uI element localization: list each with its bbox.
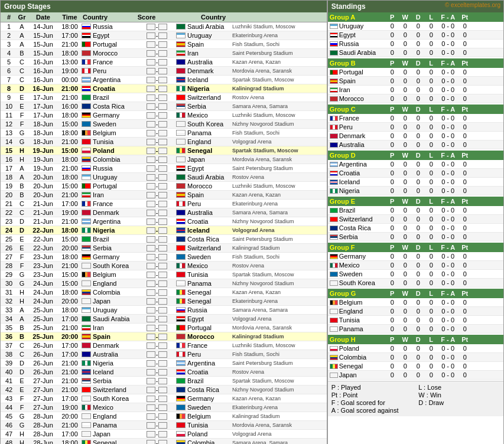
match-country2: Costa Rica: [176, 386, 232, 393]
standing-row: Switzerland 0 0 0 0 0 - 0 0: [328, 215, 503, 224]
match-row: 16 H 19-Jun 18:00 Colombia - Japan Mordo…: [1, 155, 327, 164]
group-name: Group C: [330, 106, 386, 113]
stat-pt: 0: [459, 123, 472, 130]
match-group: D: [15, 85, 28, 92]
group-name: Group E: [330, 198, 386, 205]
standing-row: Panama 0 0 0 0 0 - 0 0: [328, 325, 503, 334]
match-row: 6 C 16-Jun 19:00 Peru - Denmark Mordovia…: [1, 67, 327, 76]
gh-l: L: [425, 290, 438, 297]
match-score: -: [138, 120, 176, 128]
stat-d: 0: [412, 169, 425, 177]
stat-d: 0: [412, 233, 425, 240]
stat-pt: 0: [459, 169, 472, 177]
match-row: 14 G 18-Jun 21:00 Tunisia - England Volg…: [1, 138, 327, 146]
stat-fa: 0 - 0: [438, 299, 459, 306]
group-header: Group A P W D L F - A Pt: [328, 12, 503, 22]
match-group: C: [15, 351, 28, 358]
stat-p: 0: [386, 299, 399, 306]
stat-fa: 0 - 0: [438, 216, 459, 223]
legend-item: P : Played: [331, 384, 413, 391]
team-name: Denmark: [339, 132, 366, 139]
match-date: 25-Jun: [28, 315, 58, 322]
match-venue: Volgograd Arena: [232, 431, 325, 437]
stat-l: 0: [425, 68, 438, 76]
stat-p: 0: [386, 31, 399, 38]
match-group: B: [15, 50, 28, 57]
match-num: 9: [2, 94, 15, 101]
match-date: 25-Jun: [28, 333, 58, 340]
standings-group: Group H P W D L F - A Pt Poland 0 0 0 0 …: [328, 335, 503, 380]
match-row: 18 A 20-Jun 18:00 Uruguay - Saudi Arabia…: [1, 173, 327, 182]
stat-pt: 0: [459, 31, 472, 38]
standings-group: Group E P W D L F - A Pt Brazil 0 0 0 0 …: [328, 197, 503, 241]
stat-pt: 0: [459, 371, 472, 378]
match-venue: Luzhniki Stadium, Moscow: [232, 112, 325, 118]
match-venue: Samara Arena, Samara: [232, 103, 325, 109]
match-date: 25-Jun: [28, 324, 58, 331]
match-num: 23: [2, 218, 15, 225]
match-country2: Mexico: [176, 262, 232, 269]
standing-team: Egypt: [330, 31, 386, 38]
team-flag-icon: [330, 346, 338, 351]
match-row: 45 G 28-Jun 20:00 England - Belgium Kali…: [1, 412, 327, 421]
standing-row: Senegal 0 0 0 0 0 - 0 0: [328, 362, 503, 371]
match-group: A: [15, 306, 28, 314]
match-country1: South Korea: [82, 262, 138, 269]
match-row: 23 D 21-Jun 21:00 Argentina - Croatia Ni…: [1, 217, 327, 226]
match-venue: Kazan Arena, Kazan: [232, 396, 325, 401]
match-row: 35 B 25-Jun 21:00 Iran - Portugal Mordov…: [1, 324, 327, 332]
standing-team: Panama: [330, 325, 386, 332]
match-score: -: [138, 422, 176, 429]
match-country1: Switzerland: [82, 386, 138, 393]
match-date: 20-Jun: [28, 174, 58, 181]
standings-group: Group G P W D L F - A Pt Belgium 0 0 0 0…: [328, 289, 503, 334]
match-venue: Samara Arena, Samara: [232, 210, 325, 216]
gh-d: D: [412, 152, 425, 159]
match-country2: England: [176, 138, 232, 145]
th-score: Score: [129, 14, 164, 21]
match-country1: Colombia: [82, 156, 138, 163]
match-venue: Kaliningrad Stadium: [232, 413, 325, 419]
match-row: 28 F 23-Jun 21:00 South Korea - Mexico R…: [1, 262, 327, 270]
th-date: Date: [28, 14, 58, 21]
team-name: Iran: [339, 86, 350, 93]
match-time: 19:00: [58, 209, 82, 216]
match-country1: Portugal: [82, 41, 138, 48]
match-num: 27: [2, 253, 15, 260]
match-venue: Luzhniki Stadium, Moscow: [232, 183, 325, 189]
match-venue: Ekaterinburg Arena: [232, 298, 325, 304]
match-venue: Kazan Arena, Kazan: [232, 192, 325, 198]
team-flag-icon: [330, 373, 338, 378]
match-country2: Nigeria: [176, 85, 232, 92]
standing-team: France: [330, 115, 386, 122]
match-date: 18-Jun: [28, 120, 58, 128]
match-time: 18:00: [58, 227, 82, 234]
match-venue: Saint Petersburg Stadium: [232, 165, 325, 171]
match-time: 18:00: [58, 112, 82, 119]
group-header: Group E P W D L F - A Pt: [328, 197, 503, 206]
gh-w: W: [399, 60, 412, 67]
gh-fa: F - A: [438, 152, 459, 159]
stat-pt: 0: [459, 115, 472, 122]
stat-fa: 0 - 0: [438, 207, 459, 214]
match-row: 34 A 25-Jun 17:00 Saudi Arabia - Egypt V…: [1, 315, 327, 324]
th-group: Gr: [15, 14, 28, 21]
match-date: 16-Jun: [28, 58, 58, 66]
standing-team: Argentina: [330, 161, 386, 168]
match-country2: Argentina: [176, 360, 232, 367]
match-date: 26-Jun: [28, 368, 58, 376]
match-date: 18-Jun: [28, 129, 58, 136]
stat-d: 0: [412, 77, 425, 84]
match-num: 48: [2, 439, 15, 444]
gh-fa: F - A: [438, 290, 459, 297]
gh-p: P: [386, 198, 399, 205]
stat-l: 0: [425, 354, 438, 361]
team-name: Panama: [339, 325, 363, 332]
stat-fa: 0 - 0: [438, 363, 459, 370]
match-score: -: [138, 85, 176, 92]
stat-w: 0: [399, 279, 412, 286]
team-flag-icon: [330, 162, 338, 167]
gh-p: P: [386, 60, 399, 67]
stat-pt: 0: [459, 49, 472, 56]
standing-team: Senegal: [330, 363, 386, 370]
